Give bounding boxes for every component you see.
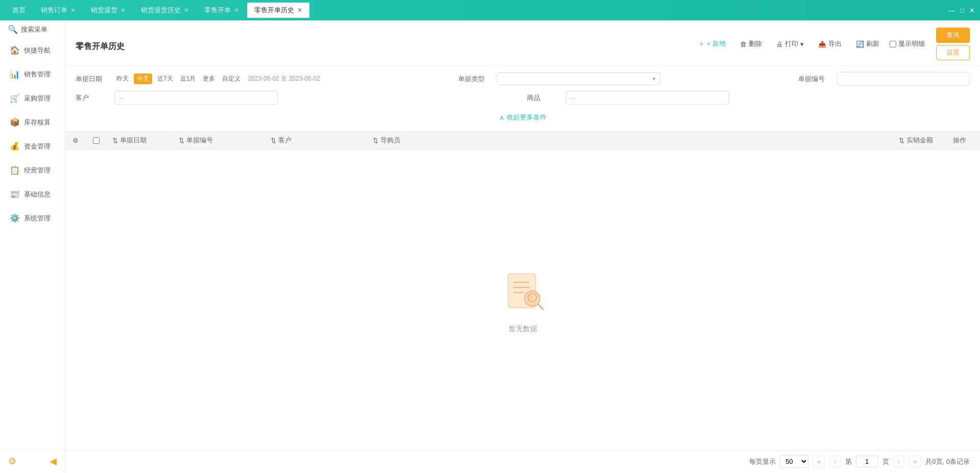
tab-retail-open-history[interactable]: 零售开单历史 ✕ xyxy=(247,3,309,18)
table-area: ⚙ ⇅ 单据日期 ⇅ 单据编号 ⇅ 客户 ⇅ xyxy=(65,132,980,450)
query-button[interactable]: 查询 xyxy=(936,28,970,43)
tab-retail-open[interactable]: 零售开单 ✕ xyxy=(197,3,246,18)
th-guide: ⇅ 导购员 xyxy=(367,136,433,145)
settings-button[interactable]: 设置 xyxy=(936,45,970,60)
date-more[interactable]: 更多 xyxy=(201,73,217,84)
show-detail-checkbox[interactable] xyxy=(890,41,896,47)
sort-date-icon[interactable]: ⇅ xyxy=(112,137,118,144)
tab-sales-return-history-close[interactable]: ✕ xyxy=(184,7,189,14)
refresh-button[interactable]: 🔄 刷新 xyxy=(852,37,883,51)
number-label: 单据编号 xyxy=(798,74,829,84)
tab-sales-return-history[interactable]: 销货退货历史 ✕ xyxy=(134,3,196,18)
basic-info-icon: 📰 xyxy=(10,189,20,199)
content-area: 零售开单历史 ＋ + 新增 🗑 删除 🖨 打印 ▾ 📤 导出 xyxy=(65,20,980,473)
sidebar-item-sales[interactable]: 📊 销售管理 xyxy=(0,62,65,86)
customer-label: 客户 xyxy=(76,93,106,103)
tab-sales-return[interactable]: 销货退货 ✕ xyxy=(84,3,133,18)
sort-amount-icon[interactable]: ⇅ xyxy=(899,137,904,144)
sidebar-item-finance[interactable]: 💰 资金管理 xyxy=(0,134,65,158)
action-buttons: 查询 设置 xyxy=(936,28,970,60)
sidebar-item-inventory[interactable]: 📦 库存核算 xyxy=(0,110,65,134)
tab-home-label: 首页 xyxy=(12,6,26,15)
date-custom[interactable]: 自定义 xyxy=(220,73,243,84)
print-dropdown-icon: ▾ xyxy=(800,40,804,48)
settings-footer-icon[interactable]: ⚙ xyxy=(8,456,16,467)
sidebar-footer: ⚙ ◀ xyxy=(0,449,65,473)
filter-section: 单据日期 昨天 今天 近7天 近1月 更多 自定义 2023-06-02 至 2… xyxy=(65,66,980,132)
sidebar-item-system[interactable]: ⚙️ 系统管理 xyxy=(0,206,65,230)
sidebar-sales-label: 销售管理 xyxy=(24,70,51,79)
tab-list: 首页 销售订单 ✕ 销货退货 ✕ 销货退货历史 ✕ 零售开单 ✕ 零售开单历史 … xyxy=(5,3,948,18)
th-amount-label: 实销金额 xyxy=(906,136,933,145)
sidebar-item-quick-nav[interactable]: 🏠 快捷导航 xyxy=(0,38,65,62)
th-operation: 操作 xyxy=(939,136,980,145)
tab-sales-return-close[interactable]: ✕ xyxy=(121,7,126,14)
show-detail-checkbox-wrap[interactable]: 显示明细 xyxy=(890,39,925,48)
date-today[interactable]: 今天 xyxy=(134,73,152,84)
print-button[interactable]: 🖨 打印 ▾ xyxy=(772,37,808,51)
print-label: 打印 xyxy=(785,39,798,48)
prev-page-button[interactable]: ‹ xyxy=(829,456,841,467)
delete-label: 删除 xyxy=(749,39,762,48)
date-label: 单据日期 xyxy=(76,74,106,84)
goods-select[interactable]: ··· xyxy=(566,91,729,105)
tab-home[interactable]: 首页 xyxy=(5,3,33,18)
sidebar-inventory-label: 库存核算 xyxy=(24,118,51,127)
window-maximize[interactable]: □ xyxy=(960,7,964,14)
sidebar-finance-label: 资金管理 xyxy=(24,142,51,151)
pagination: 每页显示 50 100 200 « ‹ 第 页 › » 共0页, 0条记录 xyxy=(65,450,980,473)
system-icon: ⚙️ xyxy=(10,213,20,223)
svg-line-5 xyxy=(538,304,543,309)
export-icon: 📤 xyxy=(818,40,826,48)
sort-number-icon[interactable]: ⇅ xyxy=(179,137,184,144)
sort-guide-icon[interactable]: ⇅ xyxy=(373,137,378,144)
customer-select[interactable]: ··· xyxy=(114,91,278,105)
page-input[interactable] xyxy=(856,456,878,467)
window-close[interactable]: ✕ xyxy=(969,7,975,14)
tab-sales-order[interactable]: 销售订单 ✕ xyxy=(34,3,83,18)
next-page-button[interactable]: › xyxy=(893,456,904,467)
th-settings[interactable]: ⚙ xyxy=(65,137,86,144)
number-input[interactable] xyxy=(837,72,970,86)
add-button[interactable]: ＋ + 新增 xyxy=(694,37,730,51)
sort-customer-icon[interactable]: ⇅ xyxy=(271,137,276,144)
sidebar-item-basic-info[interactable]: 📰 基础信息 xyxy=(0,182,65,206)
tab-retail-open-close[interactable]: ✕ xyxy=(234,7,239,14)
goods-placeholder: ··· xyxy=(570,94,725,102)
per-page-select[interactable]: 50 100 200 xyxy=(780,455,808,468)
first-page-button[interactable]: « xyxy=(812,456,825,467)
th-operation-label: 操作 xyxy=(953,136,966,145)
top-bar: 首页 销售订单 ✕ 销货退货 ✕ 销货退货历史 ✕ 零售开单 ✕ 零售开单历史 … xyxy=(0,0,980,20)
date-yesterday[interactable]: 昨天 xyxy=(114,73,131,84)
inventory-icon: 📦 xyxy=(10,117,20,127)
date-1month[interactable]: 近1月 xyxy=(178,73,198,84)
sidebar-item-purchase[interactable]: 🛒 采购管理 xyxy=(0,86,65,110)
tab-sales-order-close[interactable]: ✕ xyxy=(70,7,76,14)
print-icon: 🖨 xyxy=(776,40,783,48)
date-7days[interactable]: 近7天 xyxy=(155,73,175,84)
more-conditions-label: 收起更多条件 xyxy=(507,113,546,122)
tab-retail-open-history-close[interactable]: ✕ xyxy=(297,7,302,14)
collapse-icon[interactable]: ◀ xyxy=(50,456,57,467)
export-button[interactable]: 📤 导出 xyxy=(814,37,846,51)
th-number: ⇅ 单据编号 xyxy=(173,136,265,145)
type-select[interactable]: ▾ xyxy=(497,72,660,85)
add-icon: ＋ xyxy=(698,39,705,48)
search-icon: 🔍 xyxy=(8,24,18,34)
page-header: 零售开单历史 ＋ + 新增 🗑 删除 🖨 打印 ▾ 📤 导出 xyxy=(65,20,980,66)
sidebar-item-operations[interactable]: 📋 经营管理 xyxy=(0,158,65,182)
more-conditions-toggle[interactable]: ∧ 收起更多条件 xyxy=(76,110,970,125)
th-customer-label: 客户 xyxy=(278,136,292,145)
empty-state: 暂无数据 xyxy=(65,150,980,450)
sidebar-operations-label: 经营管理 xyxy=(24,166,51,175)
sidebar-item-search[interactable]: 🔍 搜索采单 xyxy=(0,20,65,38)
select-all-checkbox[interactable] xyxy=(93,137,100,144)
th-checkbox[interactable] xyxy=(86,137,106,144)
delete-button[interactable]: 🗑 删除 xyxy=(736,37,766,51)
page-prefix-label: 第 xyxy=(845,457,852,466)
th-date-label: 单据日期 xyxy=(120,136,147,145)
window-minimize[interactable]: — xyxy=(948,7,955,14)
date-shortcuts: 昨天 今天 近7天 近1月 更多 自定义 2023-06-02 至 2023-0… xyxy=(114,73,320,84)
last-page-button[interactable]: » xyxy=(909,456,921,467)
table-header: ⚙ ⇅ 单据日期 ⇅ 单据编号 ⇅ 客户 ⇅ xyxy=(65,132,980,150)
